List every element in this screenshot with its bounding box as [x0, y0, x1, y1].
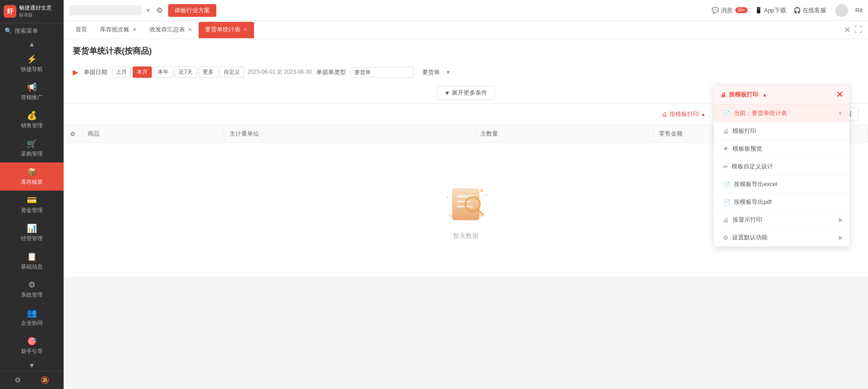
col-quantity: 主数量 [475, 125, 653, 143]
topbar-search-chevron[interactable]: ▼ [145, 7, 151, 14]
print-dropdown-item-1[interactable]: 👁 模板板预览 [714, 140, 849, 158]
date-btn-this-year[interactable]: 本年 [154, 66, 173, 78]
current-template-chevron: ▼ [838, 110, 843, 116]
sidebar-item-purchase[interactable]: 🛒 采购管理 [0, 134, 64, 162]
type-filter-wrapper: 要货单 采购单 [350, 67, 414, 78]
topbar-right: 💬 消息 99+ 📱 App下载 🎧 在线客服 Rit [712, 4, 863, 17]
sidebar-item-collab[interactable]: 👥 企业协同 [0, 303, 64, 332]
date-btn-custom[interactable]: 自定义 [219, 66, 244, 78]
template-print-icon: 🖨 [723, 128, 729, 135]
finance-icon: 💳 [27, 195, 37, 205]
marketing-icon: 📢 [27, 82, 37, 92]
page-title: 要货单统计表(按商品) [73, 45, 859, 56]
sidebar-item-marketing[interactable]: 📢 营销推广 [0, 78, 64, 106]
print-icon: 🖨 [662, 111, 668, 118]
date-filter-group: 上月 本月 本年 近7天 更多 自定义 2023-06-01 至 2023-06… [112, 66, 312, 78]
print-dropdown-title-chevron: ▲ [762, 92, 767, 97]
tab-close-order-stats[interactable]: ✕ [243, 26, 248, 33]
svg-point-9 [485, 194, 487, 196]
date-btn-more[interactable]: 更多 [199, 66, 218, 78]
col-unit: 主计量单位 [224, 125, 475, 143]
tab-inventory-batch[interactable]: 库存批次账 ✕ [94, 22, 143, 38]
sidebar-item-finance[interactable]: 💳 资金管理 [0, 191, 64, 219]
goods-type-label: 要货单 [422, 68, 440, 76]
online-service-btn[interactable]: 🎧 在线客服 [793, 6, 826, 15]
print-dropdown-item-5[interactable]: 🖨 按显示打印 ▶ [714, 211, 849, 229]
print-chevron-icon: ▲ [701, 111, 706, 117]
newbie-icon: 🎯 [27, 336, 37, 346]
sidebar-item-inventory[interactable]: 📦 库存核算 [0, 162, 64, 191]
print-dropdown-title-icon: 🖨 [720, 91, 726, 98]
set-default-icon: ⚙ [723, 234, 728, 241]
empty-text: 暂无数据 [453, 232, 479, 240]
print-dropdown: 🖨 按模板打印 ▲ ✕ 📄 当前：要货单统计表 ▼ 🖨 模板打印 👁 模板板预览 [713, 85, 850, 247]
col-settings[interactable]: ⚙ [64, 125, 82, 143]
template-preview-icon: 👁 [723, 146, 729, 152]
tab-order-stats[interactable]: 要货单统计表 ✕ [199, 22, 254, 38]
print-dropdown-item-6[interactable]: ⚙ 设置默认功能 ▶ [714, 229, 849, 247]
tab-close-all-icon[interactable]: ✕ [844, 25, 851, 35]
messages-btn[interactable]: 💬 消息 99+ [712, 6, 748, 15]
tab-close-inventory-batch[interactable]: ✕ [132, 26, 137, 33]
template-design-icon: ✏ [723, 163, 728, 170]
sales-icon: 💰 [27, 111, 37, 121]
print-dropdown-current-template[interactable]: 📄 当前：要货单统计表 ▼ [714, 105, 849, 122]
inventory-icon: 📦 [27, 167, 37, 177]
svg-point-8 [480, 189, 483, 192]
svg-rect-4 [457, 201, 470, 202]
service-icon: 🎧 [793, 7, 801, 14]
print-dropdown-title: 🖨 按模板打印 ▲ [720, 91, 767, 99]
date-btn-7days[interactable]: 近7天 [175, 66, 197, 78]
message-icon: 💬 [712, 7, 719, 14]
print-dropdown-item-4[interactable]: 📄 按模板导出pdf [714, 193, 849, 211]
settings-bottom-icon[interactable]: ⚙ [15, 376, 21, 384]
sidebar-item-management[interactable]: 📊 经营管理 [0, 219, 64, 247]
tab-receipts-summary[interactable]: 收发存汇总表 ✕ [143, 22, 199, 38]
current-template-icon: 📄 [723, 110, 730, 117]
col-goods: 商品 [82, 125, 224, 143]
print-dropdown-header: 🖨 按模板打印 ▲ ✕ [714, 85, 849, 105]
sidebar-search[interactable]: 🔍 搜索菜单 [0, 23, 64, 39]
sidebar-item-system[interactable]: ⚙ 系统管理 [0, 275, 64, 303]
print-dropdown-item-0[interactable]: 🖨 模板打印 [714, 122, 849, 140]
sidebar-scroll-down[interactable]: ▼ [0, 360, 64, 371]
tab-home[interactable]: 首页 [69, 22, 94, 38]
download-icon: 📱 [755, 7, 762, 14]
search-icon: 🔍 [5, 27, 12, 34]
date-btn-last-month[interactable]: 上月 [112, 66, 131, 78]
logo-text: 畅捷通好生意 标准版 [19, 5, 52, 18]
management-icon: 📊 [27, 223, 37, 233]
topbar-gear-icon[interactable]: ⚙ [156, 6, 163, 15]
app-download-btn[interactable]: 📱 App下载 [755, 6, 786, 15]
filter-collapse-icon[interactable]: ▶ [73, 68, 78, 76]
sidebar-bottom: ⚙ 🔕 [0, 371, 64, 389]
quick-nav-icon: ⚡ [27, 54, 37, 64]
basic-icon: 📋 [27, 252, 37, 262]
topbar-search-input[interactable] [69, 5, 142, 15]
set-default-chevron: ▶ [839, 234, 843, 241]
expand-icon: ▼ [444, 90, 450, 96]
sidebar-item-newbie[interactable]: 🎯 新手引导 [0, 332, 64, 360]
tab-expand-icon[interactable]: ⛶ [854, 25, 863, 35]
display-print-icon: 🖨 [723, 217, 729, 223]
svg-point-10 [447, 197, 449, 198]
template-export-excel-icon: 📄 [723, 181, 730, 188]
type-filter-label: 单据单类型 [316, 68, 346, 76]
print-dropdown-close-btn[interactable]: ✕ [836, 90, 843, 100]
mute-bottom-icon[interactable]: 🔕 [40, 376, 50, 384]
expand-more-btn[interactable]: ▼ 展开更多条件 [437, 86, 495, 100]
trial-btn[interactable]: 体验行业方案 [168, 4, 216, 17]
collab-icon: 👥 [27, 308, 37, 318]
tab-close-receipts-summary[interactable]: ✕ [188, 26, 192, 33]
main-area: ▼ ⚙ 体验行业方案 💬 消息 99+ 📱 App下载 🎧 在线客服 Rit 首… [64, 0, 868, 389]
sidebar-item-basic[interactable]: 📋 基础信息 [0, 247, 64, 275]
sidebar-item-quick-nav[interactable]: ⚡ 快捷导航 [0, 50, 64, 78]
date-btn-this-month[interactable]: 本月 [133, 66, 152, 78]
sidebar-scroll-up[interactable]: ▲ [0, 39, 64, 50]
print-dropdown-item-3[interactable]: 📄 按模板导出excel [714, 176, 849, 193]
type-filter-select[interactable]: 要货单 采购单 [350, 67, 414, 78]
sidebar-item-sales[interactable]: 💰 销售管理 [0, 106, 64, 134]
user-avatar[interactable] [835, 4, 848, 17]
print-dropdown-item-2[interactable]: ✏ 模板自定义设计 [714, 158, 849, 176]
print-action-btn[interactable]: 🖨 按模板打印 ▲ [658, 108, 709, 120]
